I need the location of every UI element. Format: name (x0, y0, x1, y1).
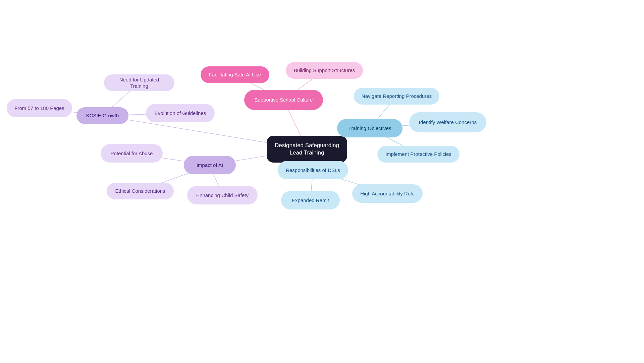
node-ethicalConsiderations[interactable]: Ethical Considerations (107, 183, 174, 199)
node-navigateReporting[interactable]: Navigate Reporting Procedures (354, 88, 439, 105)
connections-layer (0, 0, 644, 363)
node-potentialForAbuse[interactable]: Potential for Abuse (101, 144, 163, 163)
node-center[interactable]: Designated Safeguarding Lead Training (267, 136, 347, 163)
node-implementPolicies[interactable]: Implement Protective Policies (377, 146, 460, 163)
node-highAccountabilityRole[interactable]: High Accountability Role (352, 184, 423, 203)
node-enhancingChildSafety[interactable]: Enhancing Child Safety (187, 186, 258, 204)
node-responsibilitiesDSLs[interactable]: Responsibilities of DSLs (278, 161, 348, 179)
node-facilitatingSafeAI[interactable]: Facilitating Safe AI Use (201, 66, 269, 83)
node-from57[interactable]: From 57 to 180 Pages (7, 99, 72, 117)
node-identifyWelfare[interactable]: Identify Welfare Concerns (409, 112, 486, 132)
node-expandedRemit[interactable]: Expanded Remit (281, 191, 340, 209)
mind-map: Designated Safeguarding Lead TrainingFro… (0, 0, 644, 363)
node-supportiveSchoolCulture[interactable]: Supportive School Culture (244, 90, 323, 110)
node-buildingSupportStructures[interactable]: Building Support Structures (286, 62, 363, 79)
node-trainingObjectives[interactable]: Training Objectives (337, 119, 402, 137)
node-needTraining[interactable]: Need for Updated Training (104, 74, 174, 91)
node-evolutionGuidelines[interactable]: Evolution of Guidelines (146, 104, 215, 122)
node-kcsieGrowth[interactable]: KCSIE Growth (76, 107, 128, 124)
node-impactOfAI[interactable]: Impact of AI (184, 156, 236, 174)
